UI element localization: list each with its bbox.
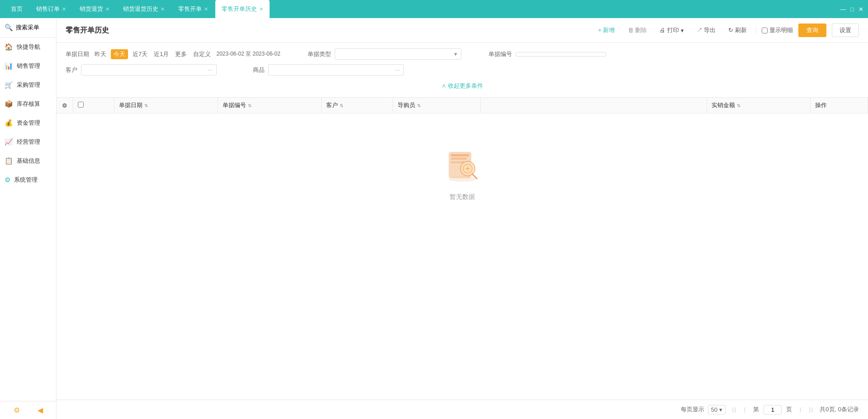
next-page-button[interactable]: ⟩ — [797, 405, 804, 414]
customer-dots[interactable]: ··· — [208, 66, 213, 73]
tab-return[interactable]: 销货退货 ✕ — [73, 0, 116, 18]
page-label: 第 — [750, 405, 762, 414]
sidebar-search[interactable]: 🔍 搜索采单 — [0, 18, 56, 38]
date-opt-today[interactable]: 今天 — [111, 49, 128, 59]
tab-sales-order-close[interactable]: ✕ — [62, 6, 66, 12]
sidebar-item-label: 采购管理 — [17, 81, 40, 89]
new-button[interactable]: + 新增 — [594, 24, 618, 36]
empty-state: 暂无数据 — [57, 113, 868, 228]
first-page-button[interactable]: ⟨⟨ — [729, 405, 739, 414]
customer-input[interactable]: ··· — [81, 64, 217, 75]
tab-retail-open-label: 零售开单 — [178, 5, 202, 13]
sidebar-item-basic-info[interactable]: 📋 基础信息 — [0, 151, 56, 170]
col-date-sort[interactable]: ⇅ — [144, 103, 148, 108]
page-size-label: 每页显示 — [681, 405, 704, 414]
prev-page-button[interactable]: ⟨ — [741, 405, 749, 414]
display-detail-input[interactable] — [762, 28, 768, 33]
date-opt-1month[interactable]: 近1月 — [152, 49, 171, 59]
settings-button[interactable]: 设置 — [832, 24, 859, 37]
tab-retail-open-close[interactable]: ✕ — [204, 6, 208, 12]
page-header: 零售开单历史 + 新增 🗑 删除 🖨 打印 ▾ ↗ 导出 ↻ 刷新 — [57, 18, 868, 43]
select-all-checkbox[interactable] — [78, 102, 84, 108]
date-filter: 昨天 今天 近7天 近1月 更多 自定义 — [93, 49, 213, 59]
sidebar-bottom: ⚙ ◀ — [0, 401, 56, 419]
col-actual-amount-sort[interactable]: ⇅ — [737, 103, 740, 108]
display-detail-label: 显示明细 — [769, 26, 793, 34]
settings-bottom-icon[interactable]: ⚙ — [14, 406, 20, 414]
maximize-button[interactable]: □ — [850, 6, 854, 13]
table-settings-col[interactable]: ⚙ — [57, 98, 73, 113]
display-detail-checkbox[interactable]: 显示明细 — [762, 26, 793, 34]
table-header-row: ⚙ 单据日期 ⇅ 单据编号 ⇅ — [57, 98, 868, 113]
col-salesperson-sort[interactable]: ⇅ — [417, 103, 421, 108]
page-size-select[interactable]: 50 ▾ — [708, 405, 726, 414]
toolbar: + 新增 🗑 删除 🖨 打印 ▾ ↗ 导出 ↻ 刷新 显 — [594, 24, 859, 37]
minimize-button[interactable]: — — [840, 6, 846, 13]
current-page-input[interactable] — [764, 405, 782, 414]
date-opt-custom[interactable]: 自定义 — [191, 49, 213, 59]
last-page-button[interactable]: ⟩⟩ — [806, 405, 816, 414]
doc-type-dropdown-icon: ▾ — [454, 51, 457, 57]
delete-button[interactable]: 🗑 删除 — [624, 24, 651, 36]
total-label: 共0页, 0条记录 — [820, 405, 859, 414]
doc-no-input[interactable] — [516, 52, 606, 56]
page-title: 零售开单历史 — [66, 26, 109, 35]
collapse-sidebar-icon[interactable]: ◀ — [38, 406, 43, 414]
tab-return-history[interactable]: 销货退货历史 ✕ — [117, 0, 171, 18]
sidebar-item-quick-nav[interactable]: 🏠 快捷导航 — [0, 38, 56, 56]
top-bar: 首页 销售订单 ✕ 销货退货 ✕ 销货退货历史 ✕ 零售开单 ✕ 零售开单历史 … — [0, 0, 868, 18]
purchase-icon: 🛒 — [5, 81, 13, 89]
sidebar-item-label: 经营管理 — [17, 138, 40, 146]
empty-text: 暂无数据 — [450, 193, 475, 201]
export-button[interactable]: ↗ 导出 — [693, 24, 720, 36]
svg-rect-2 — [451, 154, 469, 156]
tab-sales-order[interactable]: 销售订单 ✕ — [30, 0, 72, 18]
tab-retail-history[interactable]: 零售开单历史 ✕ — [215, 0, 270, 18]
empty-icon — [440, 141, 485, 186]
collapse-label: ∧ 收起更多条件 — [441, 82, 484, 89]
sidebar-item-finance[interactable]: 💰 资金管理 — [0, 113, 56, 132]
print-dropdown-icon[interactable]: ▾ — [681, 27, 684, 34]
pagination-nav: ⟨⟨ ⟨ 第 页 ⟩ ⟩⟩ — [729, 405, 816, 414]
sidebar-item-label: 库存核算 — [17, 100, 40, 108]
col-customer-sort[interactable]: ⇅ — [340, 103, 343, 108]
tab-return-close[interactable]: ✕ — [105, 6, 109, 12]
data-table: ⚙ 单据日期 ⇅ 单据编号 ⇅ — [57, 98, 868, 113]
col-docno-sort[interactable]: ⇅ — [248, 103, 251, 108]
page-size-dropdown-icon: ▾ — [719, 406, 722, 413]
tab-return-history-close[interactable]: ✕ — [161, 6, 165, 12]
col-salesperson-label: 导购员 — [398, 102, 415, 108]
system-icon: ⚙ — [5, 176, 10, 184]
sidebar-item-sales[interactable]: 📊 销售管理 — [0, 56, 56, 75]
date-opt-more[interactable]: 更多 — [173, 49, 189, 59]
table-col-amount — [481, 98, 707, 113]
doc-type-select[interactable]: ▾ — [335, 48, 461, 60]
print-button[interactable]: 🖨 打印 ▾ — [656, 24, 688, 36]
tab-home[interactable]: 首页 — [5, 0, 29, 18]
sidebar-item-label: 系统管理 — [14, 176, 38, 184]
collapse-bar[interactable]: ∧ 收起更多条件 — [66, 80, 859, 92]
table-col-operations: 操作 — [810, 98, 868, 113]
operations-icon: 📈 — [5, 138, 13, 146]
doc-type-label: 单据类型 — [308, 50, 331, 58]
date-filter-item: 单据日期 昨天 今天 近7天 近1月 更多 自定义 2023-06-02 至 2… — [66, 49, 280, 59]
tab-retail-history-close[interactable]: ✕ — [259, 6, 263, 12]
date-opt-yesterday[interactable]: 昨天 — [93, 49, 108, 59]
sidebar-item-system[interactable]: ⚙ 系统管理 — [0, 170, 56, 189]
page-size-value: 50 — [711, 406, 717, 413]
table-settings-icon[interactable]: ⚙ — [62, 102, 67, 109]
close-button[interactable]: ✕ — [859, 6, 863, 13]
sidebar-item-operations[interactable]: 📈 经营管理 — [0, 132, 56, 151]
window-controls: — □ ✕ — [840, 6, 863, 13]
refresh-button[interactable]: ↻ 刷新 — [725, 24, 750, 36]
goods-dots[interactable]: ··· — [395, 66, 400, 73]
sidebar-item-purchase[interactable]: 🛒 采购管理 — [0, 75, 56, 94]
date-opt-7days[interactable]: 近7天 — [131, 49, 149, 59]
date-filter-label: 单据日期 — [66, 50, 89, 58]
sidebar-item-inventory[interactable]: 📦 库存核算 — [0, 94, 56, 113]
query-button[interactable]: 查询 — [798, 24, 826, 37]
refresh-button-label: ↻ 刷新 — [728, 26, 747, 34]
tab-retail-open[interactable]: 零售开单 ✕ — [172, 0, 214, 18]
goods-filter-item: 商品 ··· — [253, 64, 404, 75]
goods-input[interactable]: ··· — [268, 64, 404, 75]
